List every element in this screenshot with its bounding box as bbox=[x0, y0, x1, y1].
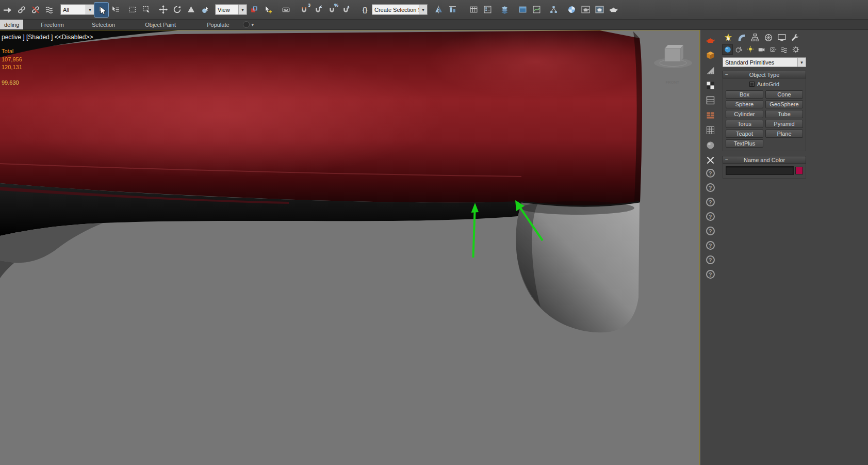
material-editor-icon[interactable] bbox=[565, 3, 579, 17]
primitives-dropdown[interactable]: Standard Primitives ▾ bbox=[723, 57, 806, 67]
help-icon[interactable]: ? bbox=[706, 212, 715, 221]
select-and-manipulate-icon[interactable] bbox=[261, 3, 275, 17]
help-icon[interactable]: ? bbox=[706, 183, 715, 192]
help-icon[interactable]: ? bbox=[706, 241, 715, 250]
utilities-tab-icon[interactable] bbox=[790, 33, 800, 43]
container-box-icon[interactable] bbox=[703, 49, 717, 61]
primitive-buttons: Box Cone Sphere GeoSphere Cylinder Tube … bbox=[726, 90, 803, 148]
collapse-icon[interactable]: − bbox=[723, 71, 730, 78]
select-and-move-icon[interactable] bbox=[156, 3, 170, 17]
lights-category-icon[interactable] bbox=[745, 45, 755, 54]
tube-button[interactable]: Tube bbox=[765, 110, 803, 118]
mirror-icon[interactable] bbox=[432, 3, 446, 17]
textplus-button[interactable]: TextPlus bbox=[726, 139, 763, 148]
help-icon[interactable]: ? bbox=[706, 270, 715, 279]
ribbon-tab-object-paint[interactable]: Object Paint bbox=[137, 20, 184, 29]
modify-tab-icon[interactable] bbox=[736, 33, 747, 43]
window-crossing-toggle-icon[interactable] bbox=[139, 3, 153, 17]
display-tab-icon[interactable] bbox=[776, 33, 787, 43]
grid-pattern-icon[interactable] bbox=[703, 124, 717, 136]
primitives-dropdown-value: Standard Primitives bbox=[723, 59, 797, 66]
cone-button[interactable]: Cone bbox=[765, 90, 803, 99]
viewport-label[interactable]: pective ] [Shaded ] <<Disabled>> bbox=[2, 34, 93, 41]
box-button[interactable]: Box bbox=[726, 90, 763, 99]
rectangular-selection-region-icon[interactable] bbox=[125, 3, 139, 17]
help-icon[interactable]: ? bbox=[706, 169, 715, 178]
unlink-selection-icon[interactable] bbox=[28, 3, 42, 17]
select-by-name-icon[interactable] bbox=[108, 3, 122, 17]
bind-to-space-warp-icon[interactable] bbox=[42, 3, 56, 17]
toggle-ribbon-icon[interactable] bbox=[516, 3, 530, 17]
help-icon[interactable]: ? bbox=[706, 255, 715, 264]
help-icon[interactable]: ? bbox=[706, 227, 715, 235]
select-and-scale-icon[interactable] bbox=[184, 3, 198, 17]
layer-manager-icon[interactable] bbox=[467, 3, 481, 17]
name-and-color-rollout: − Name and Color bbox=[723, 156, 806, 179]
hierarchy-tab-icon[interactable] bbox=[749, 33, 760, 43]
name-and-color-rollout-header[interactable]: − Name and Color bbox=[723, 156, 806, 164]
angle-snap-toggle-icon[interactable] bbox=[311, 3, 325, 17]
percent-snap-toggle-icon[interactable]: % bbox=[325, 3, 339, 17]
spinner-snap-toggle-icon[interactable] bbox=[339, 3, 353, 17]
viewport-canvas[interactable] bbox=[0, 30, 700, 465]
redo-arrow-icon[interactable] bbox=[1, 3, 14, 17]
checker-map-icon[interactable] bbox=[703, 79, 717, 91]
sphere-button[interactable]: Sphere bbox=[726, 100, 763, 108]
ribbon-tab-freeform[interactable]: Freeform bbox=[32, 20, 72, 29]
cameras-category-icon[interactable] bbox=[757, 45, 766, 54]
motion-tab-icon[interactable] bbox=[763, 33, 774, 43]
use-pivot-point-center-icon[interactable] bbox=[247, 3, 261, 17]
create-tab-icon[interactable] bbox=[723, 33, 733, 43]
perspective-viewport[interactable]: pective ] [Shaded ] <<Disabled>> Total 1… bbox=[0, 30, 700, 465]
object-type-rollout-header[interactable]: − Object Type bbox=[723, 71, 806, 78]
shelf-icon[interactable] bbox=[703, 94, 717, 106]
geosphere-button[interactable]: GeoSphere bbox=[765, 100, 803, 108]
render-setup-icon[interactable] bbox=[579, 3, 593, 17]
object-color-swatch[interactable] bbox=[795, 167, 803, 174]
toggle-layer-explorer-icon[interactable] bbox=[498, 3, 512, 17]
sphere-icon[interactable] bbox=[703, 139, 717, 151]
shapes-category-icon[interactable] bbox=[734, 45, 744, 54]
selection-filter-dropdown[interactable]: All ▾ bbox=[60, 4, 94, 15]
curve-editor-icon[interactable] bbox=[530, 3, 544, 17]
keyboard-shortcut-override-icon[interactable] bbox=[279, 3, 293, 17]
render-production-icon[interactable] bbox=[607, 3, 620, 17]
chevron-down-icon[interactable]: ▾ bbox=[419, 5, 427, 14]
select-and-link-icon[interactable] bbox=[14, 3, 28, 17]
reference-coordinate-system-dropdown[interactable]: View ▾ bbox=[215, 4, 247, 15]
close-icon[interactable] bbox=[703, 154, 717, 166]
chevron-down-icon[interactable]: ▾ bbox=[797, 58, 806, 67]
collapse-icon[interactable]: − bbox=[723, 156, 730, 163]
align-icon[interactable] bbox=[446, 3, 460, 17]
render-teapot-icon[interactable] bbox=[703, 34, 717, 46]
schematic-view-icon[interactable] bbox=[547, 3, 561, 17]
edit-named-selection-sets-icon[interactable]: {} bbox=[358, 3, 372, 17]
space-warps-category-icon[interactable] bbox=[779, 45, 789, 54]
ribbon-tab-selection[interactable]: Selection bbox=[84, 20, 123, 29]
teapot-button[interactable]: Teapot bbox=[726, 130, 763, 138]
ribbon-tab-populate[interactable]: Populate bbox=[199, 20, 237, 29]
chevron-down-icon[interactable]: ▾ bbox=[238, 5, 247, 14]
snaps-toggle-3d-icon[interactable]: 3 bbox=[297, 3, 311, 17]
select-and-rotate-icon[interactable] bbox=[170, 3, 184, 17]
select-and-place-icon[interactable] bbox=[198, 3, 212, 17]
helpers-category-icon[interactable] bbox=[768, 45, 778, 54]
measure-ruler-icon[interactable] bbox=[703, 64, 717, 76]
ribbon-options-button[interactable]: ▾ bbox=[238, 20, 259, 29]
chevron-down-icon[interactable]: ▾ bbox=[86, 5, 94, 14]
pyramid-button[interactable]: Pyramid bbox=[765, 120, 803, 128]
autogrid-checkbox[interactable] bbox=[749, 82, 755, 87]
systems-category-icon[interactable] bbox=[791, 45, 800, 54]
toggle-scene-explorer-icon[interactable] bbox=[481, 3, 495, 17]
torus-button[interactable]: Torus bbox=[726, 120, 763, 128]
help-icon[interactable]: ? bbox=[706, 198, 715, 206]
cylinder-button[interactable]: Cylinder bbox=[726, 110, 763, 118]
viewcube[interactable] bbox=[654, 45, 692, 68]
named-selection-set-dropdown[interactable]: Create Selection Se ▾ bbox=[372, 4, 428, 15]
geometry-category-icon[interactable] bbox=[723, 45, 732, 54]
plane-button[interactable]: Plane bbox=[765, 130, 803, 138]
ribbon-tab-modeling[interactable]: deling bbox=[0, 20, 23, 29]
brick-icon[interactable] bbox=[703, 109, 717, 121]
rendered-frame-window-icon[interactable] bbox=[593, 3, 607, 17]
object-name-input[interactable] bbox=[726, 166, 794, 175]
